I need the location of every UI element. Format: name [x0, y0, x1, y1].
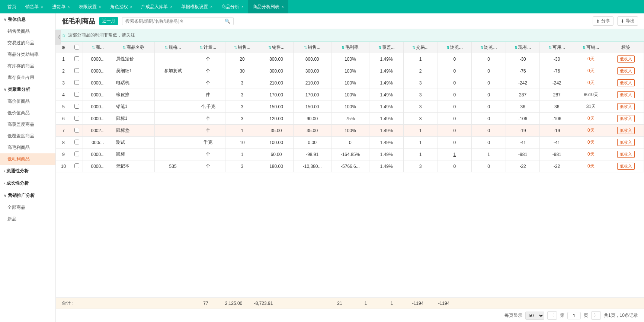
row-checkbox[interactable]: [71, 113, 83, 125]
sidebar-item-high-value[interactable]: 高价值商品: [0, 96, 55, 107]
close-purchase-tab[interactable]: ×: [68, 5, 70, 9]
nav-home[interactable]: 首页: [3, 0, 21, 13]
col-sale-profit[interactable]: ⇅销售...: [293, 42, 331, 53]
period-tag[interactable]: 近一月: [99, 17, 118, 25]
col-tx-count[interactable]: ⇅交易...: [403, 42, 438, 53]
row-name[interactable]: 属性定价: [113, 53, 155, 65]
col-browse2[interactable]: ⇅浏览...: [472, 42, 506, 53]
nav-product-analysis[interactable]: 商品分析 ×: [217, 0, 248, 13]
sidebar-section-overview[interactable]: ∨ 整体信息: [0, 13, 55, 26]
share-button[interactable]: ⬆ 分享: [593, 16, 613, 26]
close-product-analysis-tab[interactable]: ×: [241, 5, 244, 9]
row-browse1[interactable]: 0: [438, 65, 472, 77]
sidebar-item-low-value[interactable]: 低价值商品: [0, 107, 55, 119]
nav-permission[interactable]: 权限设置 ×: [74, 0, 106, 13]
sidebar-section-cluster[interactable]: ∨ 类聚量分析: [0, 83, 55, 96]
col-saleable-day[interactable]: ⇅可销...: [574, 42, 608, 53]
row-name[interactable]: 笔记本: [113, 160, 155, 172]
row-browse1[interactable]: 0: [438, 125, 472, 137]
row-checkbox[interactable]: [71, 77, 83, 89]
page-size-select[interactable]: 50 100 200: [525, 312, 544, 320]
row-select-checkbox[interactable]: [74, 104, 79, 109]
sidebar-section-flow[interactable]: › 流通性分析: [0, 165, 55, 177]
next-page-button[interactable]: 〉: [591, 311, 601, 320]
row-checkbox[interactable]: [71, 89, 83, 101]
sidebar-item-high-margin[interactable]: 高毛利商品: [0, 142, 55, 153]
col-sale-qty[interactable]: ⇅销售...: [225, 42, 259, 53]
row-select-checkbox[interactable]: [74, 56, 79, 61]
col-sale-amt[interactable]: ⇅销售...: [259, 42, 294, 53]
row-name[interactable]: 橡皮擦: [113, 89, 155, 101]
search-icon[interactable]: 🔍: [225, 19, 230, 24]
sidebar-collapse-button[interactable]: 《: [55, 30, 61, 45]
row-name[interactable]: 铅笔1: [113, 101, 155, 113]
close-template-tab[interactable]: ×: [210, 5, 212, 9]
nav-sales[interactable]: 销货单 ×: [21, 0, 48, 13]
prev-page-button[interactable]: 〈: [547, 311, 557, 320]
row-checkbox[interactable]: [71, 53, 83, 65]
col-checkbox-all[interactable]: [71, 42, 83, 53]
row-select-checkbox[interactable]: [74, 140, 79, 144]
col-browse1[interactable]: ⇅浏览...: [438, 42, 472, 53]
row-browse1[interactable]: 0: [438, 89, 472, 101]
sidebar-section-growth[interactable]: › 成长性分析: [0, 177, 55, 189]
nav-template[interactable]: 单据模板设置 ×: [177, 0, 217, 13]
row-browse1[interactable]: 0: [438, 101, 472, 113]
sidebar-item-category-rate[interactable]: 商品分类助销率: [0, 49, 55, 60]
close-sales-tab[interactable]: ×: [41, 5, 43, 9]
row-select-checkbox[interactable]: [74, 80, 79, 85]
nav-product-analysis-list[interactable]: 商品分析列表 ×: [248, 0, 288, 13]
col-available[interactable]: ⇅可用...: [540, 42, 574, 53]
row-name[interactable]: 测试: [113, 137, 155, 149]
row-browse1[interactable]: 0: [438, 53, 472, 65]
row-browse1[interactable]: 0: [438, 113, 472, 125]
col-spec[interactable]: ⇅规格...: [155, 42, 191, 53]
sidebar-item-all-goods[interactable]: 全部商品: [0, 202, 55, 213]
sidebar-item-traded-goods[interactable]: 交易过的商品: [0, 37, 55, 49]
row-select-checkbox[interactable]: [74, 163, 79, 168]
row-select-checkbox[interactable]: [74, 68, 79, 73]
row-name[interactable]: 鼠标: [113, 149, 155, 160]
sidebar-item-sales-goods[interactable]: 销售类商品: [0, 26, 55, 37]
col-name[interactable]: ⇅商品名称: [113, 42, 155, 53]
col-unit[interactable]: ⇅计量...: [191, 42, 225, 53]
nav-role[interactable]: 角色授权 ×: [106, 0, 137, 13]
select-all-checkbox[interactable]: [74, 45, 79, 50]
close-product-analysis-list-tab[interactable]: ×: [282, 5, 284, 9]
row-select-checkbox[interactable]: [74, 116, 79, 121]
col-gross-rate[interactable]: ⇅毛利率: [331, 42, 369, 53]
row-select-checkbox[interactable]: [74, 152, 79, 156]
sidebar-section-marketing[interactable]: ∨ 营销推广分析: [0, 189, 55, 202]
export-button[interactable]: ⬇ 导出: [617, 16, 638, 26]
row-checkbox[interactable]: [71, 149, 83, 160]
col-coverage[interactable]: ⇅覆盖...: [369, 42, 404, 53]
row-browse1[interactable]: 0: [438, 137, 472, 149]
row-browse1[interactable]: 1: [438, 149, 472, 160]
row-checkbox[interactable]: [71, 137, 83, 149]
row-checkbox[interactable]: [71, 160, 83, 172]
sidebar-item-low-margin[interactable]: 低毛利商品: [0, 153, 55, 165]
sidebar-item-in-stock[interactable]: 有库存的商品: [0, 60, 55, 72]
close-role-tab[interactable]: ×: [130, 5, 132, 9]
row-name[interactable]: 鼠标1: [113, 113, 155, 125]
nav-product-entry[interactable]: 产成品入库单 ×: [137, 0, 177, 13]
search-input[interactable]: [125, 19, 225, 24]
search-box[interactable]: 🔍: [122, 17, 234, 25]
row-browse1[interactable]: 0: [438, 77, 472, 89]
sidebar-item-low-coverage[interactable]: 低覆盖度商品: [0, 130, 55, 142]
row-select-checkbox[interactable]: [74, 128, 79, 133]
row-browse1[interactable]: 0: [438, 160, 472, 172]
row-checkbox[interactable]: [71, 101, 83, 113]
close-product-entry-tab[interactable]: ×: [170, 5, 172, 9]
col-stock[interactable]: ⇅现有...: [506, 42, 540, 53]
row-name[interactable]: 电话机: [113, 77, 155, 89]
close-permission-tab[interactable]: ×: [99, 5, 101, 9]
row-checkbox[interactable]: [71, 125, 83, 137]
page-number-input[interactable]: [567, 312, 581, 319]
sidebar-item-high-coverage[interactable]: 高覆盖度商品: [0, 119, 55, 130]
row-checkbox[interactable]: [71, 65, 83, 77]
nav-purchase[interactable]: 进货单 ×: [48, 0, 74, 13]
col-code[interactable]: ⇅商...: [83, 42, 113, 53]
row-select-checkbox[interactable]: [74, 92, 79, 97]
sidebar-item-capital[interactable]: 库存资金占用: [0, 72, 55, 83]
